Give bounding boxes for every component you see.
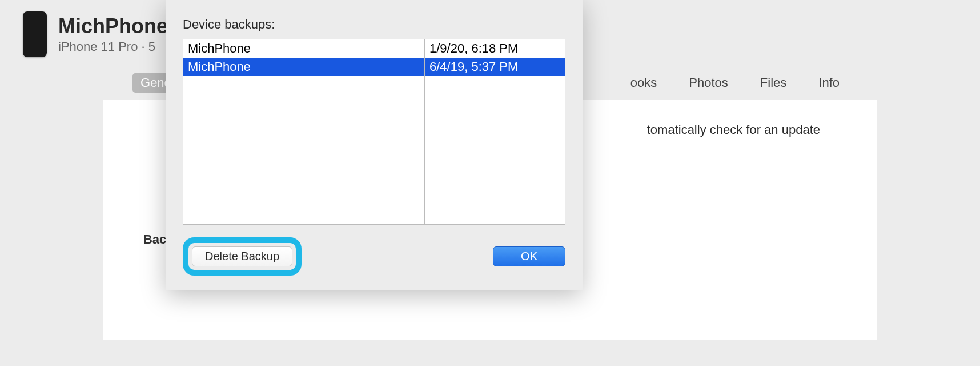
tab-info[interactable]: Info	[810, 73, 848, 93]
backup-date-cell: 1/9/20, 6:18 PM	[425, 39, 565, 58]
iphone-icon	[23, 11, 47, 57]
device-name: MichPhone	[58, 14, 168, 38]
modal-title: Device backups:	[183, 17, 565, 32]
device-info: MichPhone iPhone 11 Pro · 5	[58, 14, 168, 54]
table-row[interactable]: MichPhone 1/9/20, 6:18 PM	[183, 39, 565, 58]
backup-name-cell: MichPhone	[183, 58, 425, 76]
tab-files[interactable]: Files	[752, 73, 794, 93]
delete-backup-button[interactable]: Delete Backup	[192, 246, 292, 266]
device-subtitle: iPhone 11 Pro · 5	[58, 39, 168, 54]
table-row[interactable]: MichPhone 6/4/19, 5:37 PM	[183, 58, 565, 76]
highlight-annotation: Delete Backup	[183, 237, 302, 276]
modal-button-row: Delete Backup OK	[183, 237, 565, 276]
device-backups-modal: Device backups: MichPhone 1/9/20, 6:18 P…	[166, 0, 583, 290]
tab-photos[interactable]: Photos	[681, 73, 736, 93]
tab-books[interactable]: ooks	[622, 73, 665, 93]
backup-table: MichPhone 1/9/20, 6:18 PM MichPhone 6/4/…	[183, 39, 565, 225]
ok-button[interactable]: OK	[493, 246, 565, 266]
backup-name-cell: MichPhone	[183, 39, 425, 58]
table-empty-area	[183, 76, 565, 224]
backup-date-cell: 6/4/19, 5:37 PM	[425, 58, 565, 76]
